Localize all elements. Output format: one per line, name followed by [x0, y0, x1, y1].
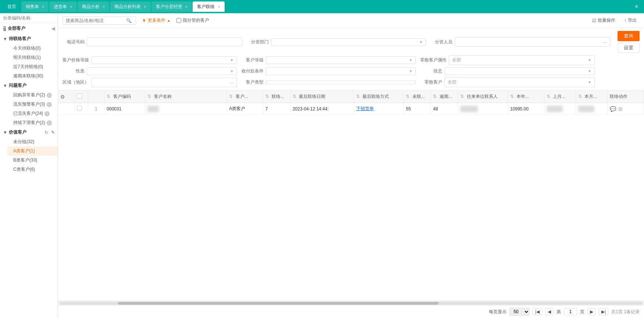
query-button[interactable]: 查询 [618, 31, 640, 41]
select-all-checkbox[interactable] [77, 93, 82, 99]
sort-icon[interactable]: ⇅ [293, 94, 296, 99]
col-customer-code: ⇅ 客户编码 [104, 91, 145, 103]
close-icon[interactable]: × [70, 4, 72, 9]
sidebar-item-continuous-decline[interactable]: 持续下滑客户(2) i [7, 118, 58, 127]
filter-select-retail-customer[interactable]: 全部 ▼ [444, 77, 595, 87]
filter-select-payment[interactable]: ▼ [266, 67, 416, 75]
sort-icon[interactable]: ⇅ [578, 94, 582, 99]
sort-icon[interactable]: ⇅ [547, 94, 550, 99]
refresh-icon[interactable]: ↻ [44, 130, 48, 135]
edit-icon[interactable]: ✎ [51, 130, 55, 135]
nav-tab-analysis[interactable]: 商品分析 × [78, 1, 109, 12]
my-customers-checkbox-wrap[interactable]: 我分管的客户 [176, 17, 209, 24]
search-input[interactable] [66, 18, 125, 23]
filter-select-retail-attr[interactable]: 全部 ▼ [449, 55, 595, 65]
info-icon: i [47, 120, 52, 126]
prev-page-button[interactable]: ◀ [545, 308, 554, 315]
chevron-down-icon: ▼ [588, 58, 591, 62]
sort-icon[interactable]: ⇅ [265, 94, 269, 99]
filter-field-customer-type: 客户类型 [242, 79, 416, 85]
group-title: 价值客户 [9, 129, 26, 135]
sidebar-item-class-c[interactable]: C类客户(6) [7, 165, 58, 174]
settings-button[interactable]: 设置 [618, 43, 640, 53]
batch-btn-label: 批量操作 [598, 17, 615, 24]
filter-select-manager[interactable]: ··· [455, 37, 610, 47]
export-button[interactable]: ↑ 导出 [621, 16, 640, 25]
group-header-problem[interactable]: ▼ 问题客户 [0, 81, 58, 91]
sidebar-item-repurchase-abnormal[interactable]: 回购异常客户(2) i [7, 91, 58, 100]
sort-icon[interactable]: ⇅ [510, 94, 514, 99]
batch-operation-button[interactable]: ☑ 批量操作 [589, 16, 618, 25]
close-icon[interactable]: × [185, 4, 187, 9]
filter-input-phone[interactable] [87, 38, 242, 46]
sidebar-item-overdue[interactable]: 逾期未联络(30) [7, 71, 58, 81]
group-header-value[interactable]: ▼ 价值客户 ↻ ✎ [0, 127, 58, 137]
nav-home[interactable]: 首页 [3, 1, 21, 12]
filter-field-status: 状态 ▼ [420, 67, 595, 75]
sidebar-item-today-pending[interactable]: 今天待联络(0) [7, 44, 58, 53]
filter-select-status[interactable]: ▼ [444, 67, 595, 75]
horizontal-scrollbar[interactable] [60, 302, 643, 305]
close-icon[interactable]: × [42, 4, 44, 9]
sort-icon[interactable]: ⇅ [460, 94, 464, 99]
sidebar-all-customers[interactable]: ⣿ 全部客户 ◀ [0, 23, 58, 34]
chevron-down-icon: ▼ [409, 58, 412, 62]
cell-no-contact: 55 [404, 103, 431, 115]
filter-select-dept[interactable]: ▼ [271, 38, 426, 46]
col-seq [88, 91, 104, 103]
per-page-label: 每页显示 [489, 309, 507, 315]
settings-cog-icon[interactable]: ⚙ [60, 94, 65, 100]
nav-tab-sales[interactable]: 销售单 × [21, 1, 49, 12]
close-icon[interactable]: × [103, 4, 105, 9]
sidebar-item-7days-pending[interactable]: 近7天待联络(0) [7, 62, 58, 71]
filter-select-nature[interactable]: ▼ [87, 67, 237, 75]
sort-icon[interactable]: ⇅ [356, 94, 360, 99]
filter-select-customer-type[interactable] [266, 81, 416, 84]
info-icon: i [47, 102, 52, 107]
window-close-button[interactable]: × [632, 3, 641, 10]
cell-settings [58, 103, 74, 115]
sidebar-item-unclassified[interactable]: 未分组(32) [7, 137, 58, 146]
qr-icon[interactable]: ⊞ [618, 106, 623, 112]
filter-label-dept: 分管部门 [247, 39, 269, 45]
filter-label-manager: 分管人员 [430, 39, 452, 45]
nav-tab-analysis-list[interactable]: 商品分析列表 × [110, 1, 150, 12]
more-filter-button[interactable]: ▼ 更多条件 ▲ [139, 16, 173, 25]
nav-tab-purchase[interactable]: 进货单 × [49, 1, 76, 12]
message-icon[interactable]: 💬 [610, 106, 616, 112]
sort-icon[interactable]: ⇅ [107, 94, 110, 99]
filter-select-customer-level[interactable]: ▼ [266, 56, 416, 64]
first-page-button[interactable]: |◀ [533, 308, 542, 315]
filter-field-dept: 分管部门 ▼ [247, 38, 426, 46]
group-items-pending: 今天待联络(0) 明天待联络(1) 近7天待联络(0) 逾期未联络(30) [0, 44, 58, 81]
sort-icon[interactable]: ⇅ [433, 94, 437, 99]
close-icon[interactable]: × [144, 4, 146, 9]
row-checkbox[interactable] [77, 106, 82, 111]
next-page-button[interactable]: ▶ [587, 308, 596, 315]
close-icon[interactable]: × [218, 4, 220, 9]
sidebar-search-input[interactable] [3, 15, 58, 21]
sidebar-item-tomorrow-pending[interactable]: 明天待联络(1) [7, 53, 58, 62]
contact-method-link[interactable]: 下销货单 [356, 106, 374, 111]
sort-icon[interactable]: ⇅ [229, 94, 233, 99]
group-header-pending[interactable]: ▼ 待联络客户 [0, 34, 58, 44]
nav-tab-customer-contact[interactable]: 客户联络 × [193, 1, 224, 12]
sidebar-item-class-a[interactable]: A类客户(1) [7, 146, 58, 156]
filter-select-price-level[interactable]: ▼ [91, 56, 237, 64]
search-icon[interactable]: 🔍 [126, 18, 132, 23]
sort-icon[interactable]: ⇅ [147, 94, 151, 99]
filter-select-region[interactable]: ··· [91, 78, 237, 87]
per-page-select[interactable]: 10 20 50 100 [509, 308, 530, 316]
collapse-icon[interactable]: ◀ [51, 26, 55, 31]
my-customers-checkbox[interactable] [176, 18, 181, 23]
tab-label: 销售单 [26, 4, 39, 10]
sidebar-item-churned[interactable]: 已流失客户(24) i [7, 109, 58, 118]
sort-icon[interactable]: ⇅ [406, 94, 409, 99]
scrollbar-thumb[interactable] [118, 302, 439, 305]
col-last-contact-date: ⇅ 最后联络日期 [290, 91, 354, 103]
sidebar-item-class-b[interactable]: B类客户(33) [7, 156, 58, 165]
sidebar-item-churn-warning[interactable]: 流失预警客户(3) i [7, 100, 58, 109]
last-page-button[interactable]: ▶| [599, 308, 608, 315]
page-number-input[interactable] [564, 308, 577, 315]
nav-tab-customer-tier[interactable]: 客户分层经营 × [151, 1, 192, 12]
